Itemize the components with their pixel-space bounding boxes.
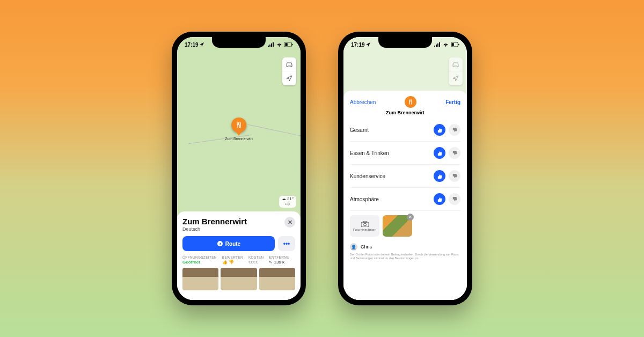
locate-me-button: [449, 71, 463, 85]
disclaimer-text: Der Ort der Fotos ist in deinem Beitrag …: [350, 253, 460, 260]
route-button[interactable]: Route: [182, 236, 275, 251]
place-photo[interactable]: [259, 268, 295, 290]
done-button[interactable]: Fertig: [445, 99, 460, 105]
battery-icon: [284, 42, 293, 47]
screen-rating: 17:19 Abbrechen: [343, 37, 467, 300]
svg-rect-2: [271, 43, 272, 47]
open-status: Geöffnet: [182, 260, 217, 265]
location-services-icon: [366, 42, 370, 47]
rating-row-service: Kundenservice: [350, 165, 460, 188]
rating-row-overall: Gesamt: [350, 119, 460, 142]
svg-rect-5: [285, 43, 287, 46]
map-controls: [282, 57, 296, 85]
thumb-up-button[interactable]: [434, 193, 445, 205]
thumb-down-button[interactable]: [449, 147, 460, 159]
svg-rect-6: [292, 44, 292, 46]
thumb-down-button[interactable]: [449, 170, 460, 182]
distance-section: ENTFERNU ↖ 136 k: [269, 255, 289, 265]
battery-icon: [451, 42, 459, 47]
camera-icon: [361, 221, 369, 227]
driving-mode-button[interactable]: [282, 57, 296, 71]
place-title: Zum Brennerwirt: [182, 217, 247, 226]
signal-icon: [434, 42, 441, 47]
place-card: Zum Brennerwirt Deutsch ✕ Route ••• ÖFFN…: [177, 211, 301, 300]
user-row: 👤 Chris: [350, 243, 460, 251]
thumb-up-icon: 👍: [222, 260, 228, 265]
pin-label: Zum Brennerwirt: [225, 137, 253, 141]
svg-rect-14: [458, 44, 459, 46]
svg-rect-1: [269, 45, 270, 47]
svg-point-16: [363, 223, 366, 226]
more-button[interactable]: •••: [278, 236, 295, 251]
thumb-down-button[interactable]: [449, 124, 460, 136]
phone-right: 17:19 Abbrechen: [338, 32, 472, 305]
hours-section[interactable]: ÖFFNUNGSZEITEN Geöffnet: [182, 255, 217, 265]
svg-rect-0: [268, 46, 269, 47]
rating-row-food: Essen & Trinken: [350, 142, 460, 165]
photo-strip[interactable]: [182, 268, 295, 290]
remove-photo-button[interactable]: ✕: [407, 214, 414, 221]
driving-mode-button: [449, 57, 463, 71]
signal-icon: [268, 42, 274, 47]
cost-section: KOSTEN €€€€: [248, 255, 264, 265]
svg-rect-13: [451, 43, 453, 46]
notch: [378, 37, 432, 48]
wifi-icon: [276, 42, 282, 47]
restaurant-icon: [405, 96, 416, 108]
map-canvas[interactable]: Zum Brennerwirt ☁ 21° LQI Zum Brennerwir…: [177, 37, 301, 300]
route-icon: [217, 240, 223, 247]
notch: [212, 37, 266, 48]
location-services-icon: [200, 42, 204, 47]
svg-rect-9: [436, 45, 437, 47]
place-photo[interactable]: [182, 268, 218, 290]
map-controls: [449, 57, 463, 85]
map-road: [247, 124, 301, 138]
rating-row-atmosphere: Atmosphäre: [350, 188, 460, 211]
rate-section[interactable]: BEWERTEN 👍 👎: [222, 255, 243, 265]
svg-rect-10: [437, 43, 438, 47]
svg-rect-3: [273, 42, 274, 47]
close-card-button[interactable]: ✕: [284, 217, 295, 228]
cancel-button[interactable]: Abbrechen: [350, 99, 376, 105]
phone-left: 17:19 Zum Brennerwirt: [172, 32, 306, 305]
thumb-up-button[interactable]: [434, 170, 445, 182]
weather-badge[interactable]: ☁ 21° LQI: [279, 196, 296, 208]
rating-sheet: Abbrechen Fertig Zum Brennerwirt Gesamt …: [343, 91, 467, 300]
avatar-icon: 👤: [350, 243, 357, 251]
sheet-title: Zum Brennerwirt: [350, 110, 460, 115]
place-photo[interactable]: [221, 268, 257, 290]
status-time: 17:19: [185, 42, 199, 48]
thumb-up-button[interactable]: [434, 124, 445, 136]
thumb-down-icon: 👎: [229, 260, 234, 265]
thumb-up-button[interactable]: [434, 147, 445, 159]
user-name: Chris: [361, 244, 372, 250]
svg-rect-8: [434, 46, 435, 47]
status-time: 17:19: [351, 42, 365, 48]
place-subtitle: Deutsch: [182, 226, 247, 232]
thumb-down-button[interactable]: [449, 193, 460, 205]
restaurant-pin-icon: [231, 118, 246, 133]
locate-me-button[interactable]: [282, 71, 296, 85]
uploaded-photo[interactable]: ✕: [383, 215, 412, 237]
screen-map: 17:19 Zum Brennerwirt: [177, 37, 301, 300]
add-photo-button[interactable]: Foto hinzufügen: [350, 215, 379, 237]
map-pin[interactable]: Zum Brennerwirt: [225, 118, 253, 141]
svg-rect-11: [439, 42, 440, 47]
wifi-icon: [443, 42, 449, 47]
